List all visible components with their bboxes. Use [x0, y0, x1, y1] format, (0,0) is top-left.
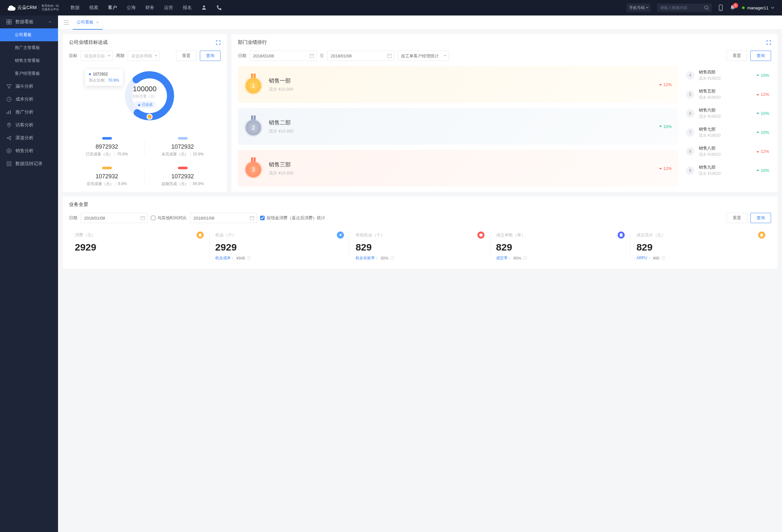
rank-row[interactable]: 7 销售七部 流水 ¥19020 10% [684, 123, 771, 142]
rank-row-num: 6 [686, 109, 694, 118]
rank-row[interactable]: 5 销售五部 流水 ¥19020 12% [684, 85, 771, 104]
rank-date-from[interactable] [249, 50, 317, 61]
overview-reset-button[interactable]: 重置 [726, 213, 747, 223]
sidebar-group-dashboard[interactable]: 数据看板 [0, 15, 58, 28]
overview-date-2[interactable] [190, 213, 257, 223]
goal-title: 公司业绩目标达成 [69, 39, 108, 45]
rank-top-item[interactable]: 2 销售二部 流水 ¥10,900 10% [238, 108, 678, 145]
rank-row-name: 销售五部 [699, 88, 752, 94]
metrics: 消费（元） 2929 机会（个） 2929 机会成本：¥948ⓘ 有效机会（个）… [69, 229, 771, 263]
rank-sub: 流水 ¥10,900 [269, 170, 652, 176]
goal-cell: 1072932 未完成量（元）|20.9% [145, 137, 220, 157]
nav-public[interactable]: 公海 [127, 5, 136, 11]
search-input[interactable] [657, 4, 712, 12]
tab-company-dashboard[interactable]: 公司看板 × [73, 15, 103, 30]
mobile-icon[interactable] [718, 4, 723, 11]
overview-date-1[interactable] [80, 213, 148, 223]
nav-user-icon[interactable] [202, 5, 207, 11]
search-type-select[interactable]: 手机号码 [627, 4, 650, 12]
sidebar-item-cost[interactable]: 成本分析 [0, 93, 58, 106]
rank-row-num: 8 [686, 147, 694, 156]
rank-name: 销售二部 [269, 119, 652, 127]
rank-row[interactable]: 8 销售八部 流水 ¥19020 12% [684, 142, 771, 161]
rank-row-name: 销售七部 [699, 127, 752, 132]
compare-checkbox[interactable]: 与其他时间对比 [151, 215, 187, 221]
rank-row-name: 销售四部 [699, 69, 752, 75]
rank-row-name: 销售九部 [699, 165, 752, 170]
menu-toggle[interactable] [61, 19, 72, 27]
svg-rect-7 [9, 22, 11, 24]
rank-row[interactable]: 9 销售九部 流水 ¥19020 10% [684, 161, 771, 180]
location-icon [6, 122, 11, 128]
nav-data[interactable]: 数据 [71, 5, 80, 11]
rank-change: 10% [659, 124, 672, 129]
sidebar-item-visitor[interactable]: 访客分析 [0, 119, 58, 132]
card-overview: 业务全景 日期 与其他时间对比 按现金消费（返点后消费）统计 重置 查询 消费（… [63, 197, 778, 269]
sidebar-item-promo-mgr[interactable]: 推广主管看板 [0, 41, 58, 54]
rank-date-to[interactable] [327, 50, 394, 61]
sidebar-item-channel[interactable]: 渠道分析 [0, 132, 58, 144]
rank-row[interactable]: 6 销售六部 流水 ¥19020 10% [684, 104, 771, 122]
status-dot [742, 6, 745, 9]
sidebar-item-sales[interactable]: 销售分析 [0, 144, 58, 157]
sidebar-item-sales-mgr[interactable]: 销售主管看板 [0, 54, 58, 67]
metric-value: 2929 [75, 242, 204, 253]
overview-query-button[interactable]: 查询 [750, 213, 771, 223]
metric-value: 2929 [215, 242, 344, 253]
clock-icon [6, 97, 11, 102]
card-ranking: 部门业绩排行 日期 至 按工单客户经理统计 重置 查询 1 [232, 34, 778, 192]
logo: 云朵CRM 教育机构一站式服务云平台 [8, 4, 59, 11]
rank-row-change: 10% [756, 73, 769, 78]
sidebar-item-company[interactable]: 公司看板 [0, 28, 58, 41]
expand-icon[interactable] [216, 40, 220, 45]
metric-card: 成交流水（元） 829 ARPU：¥80ⓘ [631, 229, 771, 263]
rank-top-item[interactable]: 1 销售一部 流水 ¥10,900 12% [238, 66, 678, 103]
nav-finance[interactable]: 财务 [145, 5, 154, 11]
search-icon [704, 5, 709, 10]
rank-stat-select[interactable]: 按工单客户经理统计 [397, 50, 449, 61]
user-menu[interactable]: manager11 [742, 5, 774, 10]
metric-title: 机会（个） [215, 232, 236, 238]
nav-signup[interactable]: 报名 [183, 5, 192, 11]
rank-row-num: 7 [686, 128, 694, 137]
sidebar-item-cust-mgr[interactable]: 客户经理看板 [0, 67, 58, 80]
cash-checkbox[interactable]: 按现金消费（返点后消费）统计 [260, 215, 325, 221]
rank-row[interactable]: 4 销售四部 流水 ¥19020 10% [684, 66, 771, 84]
svg-point-9 [8, 124, 10, 125]
rank-reset-button[interactable]: 重置 [726, 50, 747, 61]
funnel-icon [6, 84, 11, 89]
svg-rect-6 [7, 22, 9, 24]
list-icon [6, 161, 11, 166]
rank-row-num: 5 [686, 90, 694, 99]
nav-leads[interactable]: 线索 [89, 5, 98, 11]
rank-query-button[interactable]: 查询 [750, 50, 771, 61]
rank-top-item[interactable]: 3 销售三部 流水 ¥10,900 12% [238, 150, 678, 187]
metric-icon [477, 232, 485, 239]
nav-customers[interactable]: 客户 [108, 5, 117, 11]
sidebar-item-promo[interactable]: 推广分析 [0, 106, 58, 119]
nav-phone-icon[interactable] [216, 5, 221, 11]
metric-icon [197, 232, 204, 239]
bell-icon[interactable]: 5 [730, 5, 736, 11]
rank-row-change: 12% [756, 92, 769, 97]
sidebar-item-funnel[interactable]: 漏斗分析 [0, 80, 58, 93]
notification-badge: 5 [733, 3, 738, 8]
rank-sub: 流水 ¥10,900 [269, 86, 652, 92]
svg-point-18 [147, 114, 152, 119]
goal-target-select[interactable]: 请选择目标 [80, 50, 113, 61]
goal-donut: 100000 目标总量（元） 已达成 1072932 所占比例:70.9% [104, 67, 185, 131]
sidebar-item-flow[interactable]: 数据流转记录 [0, 157, 58, 170]
svg-point-13 [7, 149, 11, 153]
goal-cell: 8972932 已完成量（元）|70.9% [69, 137, 145, 157]
metric-card: 机会（个） 2929 机会成本：¥948ⓘ [210, 229, 350, 263]
goal-query-button[interactable]: 查询 [200, 50, 220, 61]
goal-cell-num: 1072932 [69, 173, 145, 180]
nav-ops[interactable]: 运营 [164, 5, 173, 11]
expand-icon[interactable] [767, 40, 771, 45]
donut-label: 目标总量（元） [104, 94, 185, 99]
tab-close[interactable]: × [96, 20, 99, 25]
content: 公司业绩目标达成 目标 请选择目标 周期 请选择周期 重置 查询 [58, 30, 782, 273]
search-type-wrap: 手机号码 [627, 4, 650, 12]
goal-reset-button[interactable]: 重置 [176, 50, 197, 61]
goal-period-select[interactable]: 请选择周期 [128, 50, 160, 61]
